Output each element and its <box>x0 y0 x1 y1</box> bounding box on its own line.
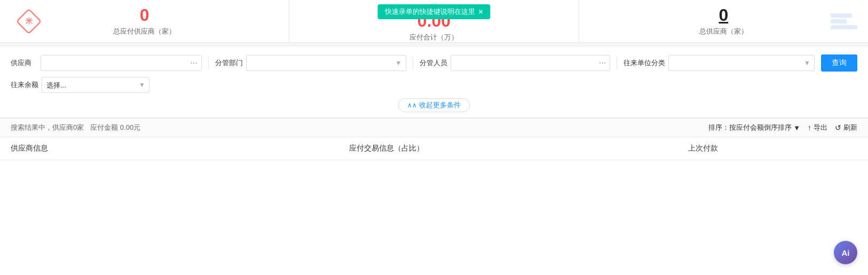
sort-chevron-icon: ▼ <box>793 124 800 132</box>
collapse-button[interactable]: ∧∧ 收起更多条件 <box>398 98 470 112</box>
export-label: 导出 <box>814 123 827 132</box>
diamond-logo-icon: 米 <box>16 9 42 34</box>
ai-assistant-button[interactable]: Ai <box>834 241 857 264</box>
dept-select-wrap: ▼ <box>246 55 406 71</box>
supplier-dots-button[interactable]: ··· <box>190 58 197 68</box>
deco-block-2 <box>831 19 847 23</box>
tooltip-text: 快速录单的快捷键说明在这里 <box>385 7 475 17</box>
stat-total-suppliers: 0 总供应商（家） <box>579 0 868 42</box>
stats-bar: 米 0 总应付供应商（家） 快速录单的快捷键说明在这里 × 0.00 应付合计（… <box>0 0 868 43</box>
sort-button[interactable]: 排序：按应付会额倒序排序 ▼ <box>708 123 800 132</box>
balance-select-wrap: 选择... ▼ <box>42 77 149 93</box>
person-input[interactable] <box>451 55 611 71</box>
total-suppliers-value: 0 <box>719 6 728 25</box>
shortcut-tooltip: 快速录单的快捷键说明在这里 × <box>377 4 490 19</box>
tooltip-close-button[interactable]: × <box>478 7 483 16</box>
refresh-button[interactable]: ↺ 刷新 <box>835 123 857 132</box>
sort-label: 排序：按应付会额倒序排序 <box>708 123 792 132</box>
results-info: 搜索结果中，供应商0家 应付金额 0.00元 <box>11 123 140 132</box>
dept-select[interactable] <box>246 55 406 71</box>
total-payable-suppliers-label: 总应付供应商（家） <box>113 27 176 36</box>
total-suppliers-label: 总供应商（家） <box>699 27 748 36</box>
table-header: 供应商信息 应付交易信息（占比） 上次付款 <box>0 137 868 160</box>
filter-row-1: 供应商 ··· 分管部门 ▼ 分管人员 ··· <box>11 54 857 72</box>
table-section: 供应商信息 应付交易信息（占比） 上次付款 <box>0 137 868 275</box>
deco-block-1 <box>831 13 852 18</box>
supplier-input[interactable] <box>41 55 202 71</box>
collapse-row: ∧∧ 收起更多条件 <box>11 98 857 112</box>
person-input-wrap: ··· <box>451 55 611 71</box>
results-bar: 搜索结果中，供应商0家 应付金额 0.00元 排序：按应付会额倒序排序 ▼ ↑ … <box>0 118 868 137</box>
filter-row-2: 往来余额 选择... ▼ <box>11 77 857 93</box>
query-button[interactable]: 查询 <box>821 54 857 72</box>
col-header-transaction-info: 应付交易信息（占比） <box>349 144 688 153</box>
person-dots-button[interactable]: ··· <box>599 58 606 68</box>
refresh-label: 刷新 <box>843 123 857 132</box>
results-amount-text: 应付金额 0.00元 <box>90 123 140 132</box>
balance-field: 往来余额 选择... ▼ <box>11 77 149 93</box>
stat-total-payable-suppliers: 米 0 总应付供应商（家） <box>0 0 289 42</box>
svg-text:米: 米 <box>25 17 33 25</box>
deco-block-3 <box>831 25 857 29</box>
collapse-up-icon: ∧∧ <box>407 101 417 109</box>
unit-class-label: 往来单位分类 <box>624 58 665 68</box>
export-button[interactable]: ↑ 导出 <box>808 123 827 132</box>
table-body <box>0 160 868 275</box>
person-label: 分管人员 <box>420 58 447 68</box>
balance-select[interactable]: 选择... <box>42 77 149 93</box>
unit-class-field: 往来单位分类 ▼ <box>624 55 815 71</box>
export-icon: ↑ <box>808 123 811 132</box>
divider-1 <box>208 57 209 69</box>
dept-field: 分管部门 ▼ <box>215 55 406 71</box>
col-header-supplier-info: 供应商信息 <box>11 144 349 153</box>
results-actions: 排序：按应付会额倒序排序 ▼ ↑ 导出 ↺ 刷新 <box>708 123 857 132</box>
supplier-label: 供应商 <box>11 58 37 68</box>
divider-3 <box>617 57 617 69</box>
dept-label: 分管部门 <box>215 58 243 68</box>
collapse-label: 收起更多条件 <box>419 100 461 110</box>
divider-2 <box>413 57 413 69</box>
stat-payable-total: 快速录单的快捷键说明在这里 × 0.00 应付合计（万） <box>289 0 579 42</box>
total-payable-suppliers-value: 0 <box>140 6 149 25</box>
person-field: 分管人员 ··· <box>420 55 611 71</box>
col-header-last-payment: 上次付款 <box>688 144 857 153</box>
results-summary-text: 搜索结果中，供应商0家 <box>11 123 84 132</box>
filter-section: 供应商 ··· 分管部门 ▼ 分管人员 ··· <box>0 47 868 118</box>
supplier-input-wrap: ··· <box>41 55 202 71</box>
unit-class-select-wrap: ▼ <box>668 55 815 71</box>
supplier-field: 供应商 ··· <box>11 55 202 71</box>
balance-label: 往来余额 <box>11 80 38 90</box>
refresh-icon: ↺ <box>835 123 841 132</box>
decorative-blocks <box>831 13 857 29</box>
payable-total-label: 应付合计（万） <box>409 33 458 42</box>
unit-class-select[interactable] <box>668 55 815 71</box>
